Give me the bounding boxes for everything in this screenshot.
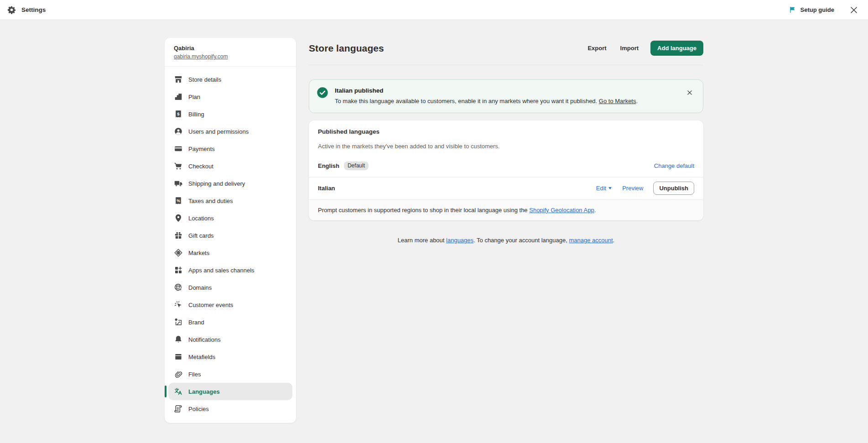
store-domain-link[interactable]: qabiria.myshopify.com <box>174 53 228 60</box>
svg-text:%: % <box>177 198 180 203</box>
sidebar-item-label: Store details <box>188 76 221 83</box>
truck-icon <box>174 179 183 188</box>
apps-icon <box>174 266 183 275</box>
language-row-english: English Default Change default <box>309 155 703 177</box>
translate-icon <box>174 387 183 396</box>
change-default-link[interactable]: Change default <box>654 162 694 169</box>
sidebar-item-label: Users and permissions <box>188 128 249 135</box>
metafields-icon <box>174 352 183 361</box>
cursor-events-icon <box>174 300 183 309</box>
sidebar-item-label: Billing <box>188 111 204 118</box>
page-title: Store languages <box>309 43 384 54</box>
sidebar-item-label: Gift cards <box>188 232 214 239</box>
billing-icon: $ <box>174 109 183 119</box>
banner-title: Italian published <box>335 87 674 94</box>
sidebar-item-taxes-and-duties[interactable]: % Taxes and duties <box>168 192 292 209</box>
settings-nav: Store details Plan $ Billing Users and p… <box>165 67 296 423</box>
policies-icon <box>174 404 183 413</box>
checkout-cart-icon <box>174 162 183 171</box>
sidebar-item-label: Notifications <box>188 336 221 343</box>
gift-icon <box>174 231 183 240</box>
sidebar-item-label: Policies <box>188 406 209 412</box>
header-divider <box>309 65 703 65</box>
card-footer: Prompt customers in supported regions to… <box>309 199 703 220</box>
sidebar-item-gift-cards[interactable]: Gift cards <box>168 227 292 244</box>
bell-icon <box>174 335 183 344</box>
globe-icon <box>174 283 183 292</box>
dismiss-banner-button[interactable] <box>684 87 696 99</box>
sidebar-item-label: Languages <box>188 388 220 395</box>
store-header: Qabiria qabiria.myshopify.com <box>165 38 296 67</box>
page-app-title: Settings <box>21 6 46 13</box>
sidebar-item-checkout[interactable]: Checkout <box>168 157 292 175</box>
language-name: Italian <box>318 185 335 192</box>
success-banner: Italian published To make this language … <box>309 79 703 113</box>
sidebar-item-markets[interactable]: Markets <box>168 244 292 261</box>
card-description: Active in the markets they've been added… <box>318 143 694 150</box>
sidebar-item-label: Checkout <box>188 163 213 170</box>
sidebar-item-customer-events[interactable]: Customer events <box>168 296 292 313</box>
sidebar-item-plan[interactable]: Plan <box>168 88 292 105</box>
users-icon <box>174 127 183 136</box>
edit-dropdown-button[interactable]: Edit <box>596 185 612 192</box>
language-row-italian: Italian Edit Preview Unpublish <box>309 177 703 199</box>
published-languages-card: Published languages Active in the market… <box>309 120 703 220</box>
export-button[interactable]: Export <box>582 41 612 55</box>
sidebar-item-policies[interactable]: Policies <box>168 400 292 417</box>
svg-text:$: $ <box>177 111 180 116</box>
sidebar-item-label: Customer events <box>188 302 233 308</box>
sidebar-item-brand[interactable]: Brand <box>168 313 292 331</box>
preview-link[interactable]: Preview <box>622 185 643 192</box>
close-settings-button[interactable] <box>847 3 861 17</box>
brand-icon <box>174 318 183 327</box>
sidebar-item-domains[interactable]: Domains <box>168 279 292 296</box>
storefront-icon <box>174 75 183 84</box>
paperclip-icon <box>174 370 183 379</box>
gear-icon <box>7 5 16 14</box>
flag-icon <box>789 6 796 14</box>
sidebar-item-notifications[interactable]: Notifications <box>168 331 292 348</box>
sidebar-item-apps-and-sales-channels[interactable]: Apps and sales channels <box>168 261 292 279</box>
sidebar-item-label: Plan <box>188 94 200 100</box>
close-icon <box>686 89 694 97</box>
plan-icon <box>174 92 183 101</box>
sidebar-item-label: Payments <box>188 146 215 152</box>
main-content: Store languages Export Import Add langua… <box>309 38 703 244</box>
sidebar-item-shipping-and-delivery[interactable]: Shipping and delivery <box>168 175 292 192</box>
sidebar-item-users-and-permissions[interactable]: Users and permissions <box>168 123 292 140</box>
card-title: Published languages <box>318 128 694 135</box>
check-circle-icon <box>317 87 328 99</box>
store-name: Qabiria <box>174 45 289 52</box>
setup-guide-button[interactable]: Setup guide <box>789 6 834 14</box>
sidebar-item-label: Shipping and delivery <box>188 180 245 187</box>
sidebar-item-label: Locations <box>188 215 214 222</box>
sidebar-item-label: Apps and sales channels <box>188 267 255 274</box>
location-pin-icon <box>174 214 183 223</box>
manage-account-link[interactable]: manage account <box>569 237 613 244</box>
taxes-icon: % <box>174 196 183 205</box>
sidebar-item-metafields[interactable]: Metafields <box>168 348 292 365</box>
unpublish-button[interactable]: Unpublish <box>653 182 694 195</box>
shopify-geolocation-app-link[interactable]: Shopify Geolocation App <box>529 207 594 214</box>
sidebar-item-label: Domains <box>188 284 212 291</box>
close-icon <box>849 5 859 15</box>
sidebar-item-label: Files <box>188 371 201 378</box>
language-name: English <box>318 162 339 169</box>
sidebar-item-store-details[interactable]: Store details <box>168 71 292 88</box>
sidebar-item-payments[interactable]: Payments <box>168 140 292 157</box>
sidebar-item-billing[interactable]: $ Billing <box>168 105 292 123</box>
sidebar-item-label: Brand <box>188 319 204 326</box>
chevron-down-icon <box>608 187 612 190</box>
import-button[interactable]: Import <box>615 41 644 55</box>
banner-description: To make this language available to custo… <box>335 97 674 106</box>
sidebar-item-languages[interactable]: Languages <box>168 383 292 400</box>
settings-page: Settings Setup guide Qabiria qabiria.mys… <box>0 0 868 443</box>
sidebar-item-files[interactable]: Files <box>168 365 292 383</box>
sidebar-item-locations[interactable]: Locations <box>168 209 292 227</box>
languages-help-link[interactable]: languages <box>446 237 473 244</box>
go-to-markets-link[interactable]: Go to Markets <box>599 98 636 104</box>
sidebar-item-label: Markets <box>188 250 209 256</box>
topbar: Settings Setup guide <box>0 0 868 20</box>
payments-icon <box>174 144 183 153</box>
add-language-button[interactable]: Add language <box>650 41 703 56</box>
